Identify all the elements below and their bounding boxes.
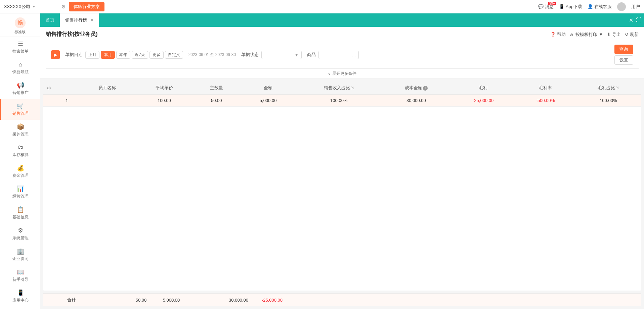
footer-label: 合计 [67, 297, 101, 303]
refresh-icon: ↺ [625, 32, 629, 37]
date-btn-7days[interactable]: 近7天 [132, 51, 148, 59]
quick-nav-icon: ⌂ [19, 61, 23, 68]
sidebar: 畅 标准版 ☰ 搜索菜单 ⌂ 快捷导航 📢 营销推广 🛒 销售管理 📦 采购管理… [0, 13, 40, 309]
page-title-row: 销售排行榜(按业务员) ❓ 帮助 🖨 按模板打印 ▼ ⬇ [46, 31, 639, 38]
message-button[interactable]: 💬 消息 99+ [538, 4, 554, 10]
col-gross: 毛利 [451, 82, 516, 95]
sidebar-item-enterprise[interactable]: 🏢 企业协同 [0, 244, 40, 265]
expand-chevron-icon: ∨ [328, 71, 331, 76]
app-center-icon: 📱 [17, 289, 24, 297]
date-btn-last-month[interactable]: 上月 [85, 51, 99, 59]
online-service-button[interactable]: 👤 在线客服 [588, 4, 612, 10]
sidebar-logo: 畅 标准版 [0, 13, 40, 37]
date-btn-this-year[interactable]: 本年 [116, 51, 130, 59]
operation-icon: 📊 [17, 185, 24, 193]
sidebar-item-label: 系统管理 [12, 235, 29, 241]
filter-toggle-button[interactable]: ▶ [51, 50, 60, 59]
tab-maximize-icon[interactable]: ⛶ [636, 17, 641, 23]
sales-icon: 🛒 [17, 102, 24, 110]
footer-gross: -25,000.00 [255, 298, 289, 303]
tab-sales-rank-label: 销售排行榜 [65, 17, 87, 23]
col-qty: 主数量 [193, 82, 240, 95]
search-order-icon: ☰ [18, 40, 23, 48]
sidebar-item-operation[interactable]: 📊 经营管理 [0, 182, 40, 203]
cell-gross: -25,000.00 [451, 95, 516, 107]
sidebar-item-purchase[interactable]: 📦 采购管理 [0, 120, 40, 141]
service-label: 在线客服 [594, 4, 612, 10]
user-name: 用户 [631, 4, 640, 10]
print-arrow-icon: ▼ [599, 32, 603, 37]
cell-avg-price: 100.00 [136, 95, 193, 107]
sidebar-item-label: 企业协同 [12, 256, 29, 262]
goods-select-arrow: ... [352, 52, 356, 57]
svg-text:畅: 畅 [17, 19, 23, 25]
footer-cost: 30,000.00 [222, 298, 255, 303]
export-icon: ⬇ [607, 32, 611, 37]
sidebar-item-wechat[interactable]: 💬 企业微信 [0, 307, 40, 309]
sidebar-item-quick-nav[interactable]: ⌂ 快捷导航 [0, 58, 40, 78]
goods-select[interactable]: ... [318, 51, 359, 59]
query-button[interactable]: 查询 [614, 45, 633, 54]
sidebar-item-system[interactable]: ⚙ 系统管理 [0, 223, 40, 244]
cost-info-icon[interactable]: i [423, 86, 428, 91]
sidebar-item-sales[interactable]: 🛒 销售管理 [0, 99, 40, 120]
expand-more-button[interactable]: ∨ 展开更多条件 [46, 68, 639, 79]
export-button[interactable]: ⬇ 导出 [607, 32, 621, 38]
status-filter-label: 单据状态 [241, 52, 259, 58]
sidebar-item-marketing[interactable]: 📢 营销推广 [0, 78, 40, 99]
sidebar-item-basic[interactable]: 📋 基础信息 [0, 203, 40, 223]
expand-label: 展开更多条件 [332, 71, 356, 76]
sidebar-item-guide[interactable]: 📖 新手引导 [0, 265, 40, 286]
company-selector[interactable]: XXXXXX公司 ▼ [4, 4, 58, 10]
sidebar-item-search-order[interactable]: ☰ 搜索菜单 [0, 37, 40, 58]
cell-gross-pct: 100.00% [575, 95, 641, 107]
sales-rank-table: ⚙ 员工名称 平均单价 主数量 全额 销售收入占比% 成本全额i 毛利 毛利率 … [43, 82, 641, 107]
page-header: 销售排行榜(按业务员) ❓ 帮助 🖨 按模板打印 ▼ ⬇ [40, 27, 644, 79]
company-dropdown-arrow: ▼ [32, 5, 36, 8]
tab-sales-rank[interactable]: 销售排行榜 ✕ [60, 13, 99, 27]
date-btn-this-month[interactable]: 本月 [101, 51, 115, 59]
col-gross-rate: 毛利率 [515, 82, 575, 95]
help-button[interactable]: ❓ 帮助 [550, 32, 566, 38]
sidebar-item-inventory[interactable]: 🗂 库存核算 [0, 141, 40, 161]
page-actions: ❓ 帮助 🖨 按模板打印 ▼ ⬇ 导出 ↺ [550, 32, 639, 38]
sidebar-item-label: 资金管理 [12, 173, 29, 178]
sidebar-item-label: 库存核算 [12, 152, 29, 158]
cell-settings [43, 95, 55, 107]
settings-button[interactable]: 设置 [614, 55, 633, 65]
cell-qty: 50.00 [193, 95, 240, 107]
sidebar-item-finance[interactable]: 💰 资金管理 [0, 161, 40, 182]
tab-close-window-icon[interactable]: ✕ [629, 17, 633, 23]
app-download-button[interactable]: 📱 App下载 [559, 4, 582, 10]
system-icon: ⚙ [18, 227, 23, 234]
cell-cost: 30,000.00 [382, 95, 451, 107]
date-btn-custom[interactable]: 自定义 [165, 51, 183, 59]
sidebar-item-label: 销售管理 [12, 111, 29, 116]
refresh-button[interactable]: ↺ 刷新 [625, 32, 639, 38]
avatar[interactable] [617, 2, 626, 11]
print-button[interactable]: 🖨 按模板打印 ▼ [570, 32, 603, 38]
tab-bar: 首页 销售排行榜 ✕ ✕ ⛶ [40, 13, 644, 27]
settings-icon[interactable]: ⚙ [61, 4, 66, 10]
date-filter-label: 单据日期 [65, 52, 83, 58]
table-footer: 合计 50.00 5,000.00 30,000.00 -25,000.00 [43, 293, 641, 306]
try-industry-button[interactable]: 体验行业方案 [69, 2, 104, 11]
tab-home-label: 首页 [46, 17, 54, 23]
cell-gross-rate: -500.00% [515, 95, 575, 107]
tab-close-icon[interactable]: ✕ [90, 18, 94, 22]
goods-filter-label: 商品 [307, 52, 316, 58]
top-header: XXXXXX公司 ▼ ⚙ 体验行业方案 💬 消息 99+ 📱 App下载 👤 在… [0, 0, 644, 13]
tab-home[interactable]: 首页 [40, 13, 60, 27]
status-select[interactable]: ▼ [261, 51, 302, 59]
sidebar-item-label: 采购管理 [12, 132, 29, 137]
app-label: App下载 [566, 4, 582, 10]
date-btn-more[interactable]: 更多 [149, 51, 164, 59]
cell-name [79, 95, 136, 107]
filter-bar: ▶ 单据日期 上月 本月 本年 近7天 更多 自定义 2023-06-01 至 … [46, 41, 639, 68]
table-container: ⚙ 员工名称 平均单价 主数量 全额 销售收入占比% 成本全额i 毛利 毛利率 … [43, 82, 641, 291]
footer-amount: 5,000.00 [155, 298, 188, 303]
service-icon: 👤 [588, 4, 593, 9]
sidebar-item-label: 快捷导航 [12, 69, 29, 75]
col-settings[interactable]: ⚙ [43, 82, 55, 95]
sidebar-item-app-center[interactable]: 📱 应用中心 [0, 286, 40, 307]
